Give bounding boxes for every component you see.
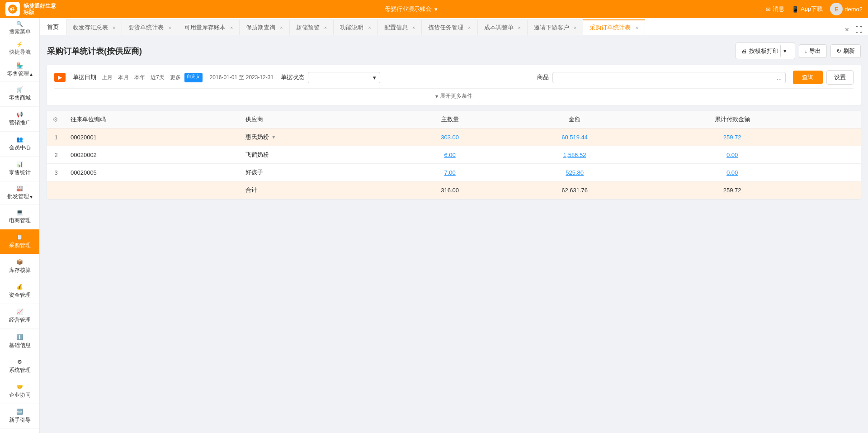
sidebar-item-marketing[interactable]: 📢 营销推广 <box>0 107 39 132</box>
search-icon: 🔍 <box>16 21 23 27</box>
print-btn[interactable]: 🖨 按模板打印 ▾ <box>736 43 795 59</box>
finance-icon: 💰 <box>16 284 23 290</box>
tab-close-receive-summary[interactable]: × <box>113 25 115 30</box>
tab-invite-downstream[interactable]: 邀请下游客户 × <box>528 19 583 35</box>
print-dropdown-arrow[interactable]: ▾ <box>780 45 789 57</box>
page-title: 采购订单统计表(按供应商) <box>47 46 142 57</box>
tab-available-stock[interactable]: 可用量库存账本 × <box>178 19 240 35</box>
message-btn[interactable]: ✉ 消息 <box>766 5 784 13</box>
row-dropdown-icon-1[interactable]: ▾ <box>272 133 275 140</box>
filter-toggle-btn[interactable]: ▶ <box>54 73 66 82</box>
retail-mall-icon: 🛒 <box>16 86 23 93</box>
th-supplier: 供应商 <box>240 111 396 128</box>
tab-close-overstock-warning[interactable]: × <box>324 25 327 30</box>
footer-extra <box>820 181 861 199</box>
sidebar-item-retail-mall[interactable]: 🛒 零售商城 <box>0 82 39 107</box>
sidebar-item-finance[interactable]: 💰 资金管理 <box>0 279 39 304</box>
tab-close-all-btn[interactable]: × <box>843 25 851 35</box>
expand-more-btn[interactable]: ▾ 展开更多条件 <box>435 92 472 100</box>
date-btn-more[interactable]: 更多 <box>168 73 183 82</box>
row-code-1: 00020001 <box>65 128 240 146</box>
tab-pick-task[interactable]: 拣货任务管理 × <box>422 19 477 35</box>
tab-close-invite-downstream[interactable]: × <box>574 25 576 30</box>
ecommerce-icon: 💻 <box>16 209 23 215</box>
sidebar-item-enterprise-collab[interactable]: 🤝 企业协同 <box>0 379 39 404</box>
tab-goods-summary[interactable]: 要货单统计表 × <box>122 19 178 35</box>
tab-config-info[interactable]: 配置信息 × <box>378 19 422 35</box>
tab-maximize-btn[interactable]: ⛶ <box>854 25 864 35</box>
refresh-btn[interactable]: ↻ 刷新 <box>830 44 861 58</box>
date-btn-7days[interactable]: 近7天 <box>149 73 166 82</box>
sidebar-item-new-guide[interactable]: 🆕 新手引导 <box>0 404 39 429</box>
main-layout: 🔍 搜索菜单 ⚡ 快捷导航 🏪 零售管理 ▴ 🛒 零售商城 📢 营销推广 👥 会… <box>0 18 868 433</box>
sidebar-item-app-center[interactable]: 🔧 应用中心 <box>0 429 39 433</box>
row-amount-1[interactable]: 60,519.44 <box>505 128 645 146</box>
logo-icon: 好 <box>5 2 20 16</box>
tab-overstock-warning[interactable]: 超储预警 × <box>290 19 334 35</box>
tab-cost-adjust[interactable]: 成本调整单 × <box>478 19 528 35</box>
export-btn[interactable]: ↓ 导出 <box>799 44 827 58</box>
goods-more-btn[interactable]: ... <box>777 74 782 81</box>
avatar: E <box>830 3 843 15</box>
tab-close-shelf-life[interactable]: × <box>280 25 283 30</box>
date-btn-last-month[interactable]: 上月 <box>100 73 114 82</box>
row-quantity-3[interactable]: 7.00 <box>395 164 505 181</box>
sidebar-item-ecommerce[interactable]: 💻 电商管理 <box>0 205 39 229</box>
sidebar-item-sys-manage[interactable]: ⚙ 系统管理 <box>0 354 39 379</box>
sidebar-item-retail-stats[interactable]: 📊 零售统计 <box>0 157 39 181</box>
sidebar-item-stock-check[interactable]: 📦 库存核算 <box>0 254 39 279</box>
table-row[interactable]: 3 00020005 好孩子 7.00 525.80 0.00 <box>47 164 861 181</box>
sidebar-search[interactable]: 🔍 搜索菜单 <box>0 18 39 38</box>
sidebar-item-basic-info[interactable]: ℹ️ 基础信息 <box>0 329 39 354</box>
th-quantity: 主数量 <box>395 111 505 128</box>
filter-section: ▶ 单据日期 上月 本月 本年 近7天 更多 自定义 2016-0 <box>47 65 861 105</box>
tab-close-purchase-summary[interactable]: × <box>635 25 638 30</box>
app-download-btn[interactable]: 📱 App下载 <box>792 5 823 13</box>
svg-text:好: 好 <box>9 7 15 12</box>
goods-label: 商品 <box>537 73 549 81</box>
row-paid-1[interactable]: 259.72 <box>645 128 820 146</box>
row-quantity-1[interactable]: 303.00 <box>395 128 505 146</box>
tab-shelf-life[interactable]: 保质期查询 × <box>240 19 289 35</box>
table-row[interactable]: 2 00020002 飞鹤奶粉 6.00 1,586.52 0.00 <box>47 146 861 164</box>
goods-input[interactable]: ... <box>552 72 786 83</box>
tab-function-desc[interactable]: 功能说明 × <box>334 19 377 35</box>
tab-receive-summary[interactable]: 收发存汇总表 × <box>66 19 122 35</box>
row-code-2: 00020002 <box>65 146 240 164</box>
sidebar-item-ops-manage[interactable]: 📈 经营管理 <box>0 304 39 329</box>
expand-icon: ▾ <box>435 93 438 100</box>
date-btn-this-year[interactable]: 本年 <box>132 73 147 82</box>
row-quantity-2[interactable]: 6.00 <box>395 146 505 164</box>
query-btn[interactable]: 查询 <box>793 71 823 84</box>
filter-goods-item: 商品 ... <box>537 72 786 83</box>
row-extra-3 <box>820 164 861 181</box>
date-btn-this-month[interactable]: 本月 <box>116 73 131 82</box>
tab-close-pick-task[interactable]: × <box>468 25 471 30</box>
tab-close-function-desc[interactable]: × <box>368 25 371 30</box>
tab-purchase-summary[interactable]: 采购订单统计表 × <box>583 19 645 35</box>
tab-close-available-stock[interactable]: × <box>230 25 233 30</box>
table-row[interactable]: 1 00020001 惠氏奶粉 ▾ 303.00 60,519.44 259.7… <box>47 128 861 146</box>
sidebar-item-member-center[interactable]: 👥 会员中心 <box>0 132 39 157</box>
custom-badge: 自定义 <box>184 73 203 82</box>
row-amount-2[interactable]: 1,586.52 <box>505 146 645 164</box>
row-paid-2[interactable]: 0.00 <box>645 146 820 164</box>
company-dropdown-icon[interactable]: ▾ <box>434 6 438 13</box>
sidebar-item-wholesale-manage[interactable]: 🏭 批发管理 ▾ <box>0 181 39 205</box>
row-amount-3[interactable]: 525.80 <box>505 164 645 181</box>
settings-column-icon[interactable]: ⚙ <box>52 116 58 123</box>
tab-home[interactable]: 首页 <box>40 19 66 35</box>
stock-check-icon: 📦 <box>16 259 23 265</box>
settings-btn[interactable]: 设置 <box>826 70 854 85</box>
status-select[interactable]: ▾ <box>308 72 380 83</box>
sidebar-shortcut[interactable]: ⚡ 快捷导航 <box>0 38 39 59</box>
sidebar-item-retail-manage[interactable]: 🏪 零售管理 ▴ <box>0 59 39 82</box>
sidebar-item-purchase-manage[interactable]: 📋 采购管理 <box>0 229 39 254</box>
tab-close-goods-summary[interactable]: × <box>168 25 171 30</box>
date-range-text: 2016-01-01 至 2023-12-31 <box>210 74 274 81</box>
th-amount: 金额 <box>505 111 645 128</box>
tab-close-config-info[interactable]: × <box>412 25 415 30</box>
row-paid-3[interactable]: 0.00 <box>645 164 820 181</box>
tab-close-cost-adjust[interactable]: × <box>518 25 521 30</box>
user-avatar-btn[interactable]: E demo2 <box>830 3 863 15</box>
